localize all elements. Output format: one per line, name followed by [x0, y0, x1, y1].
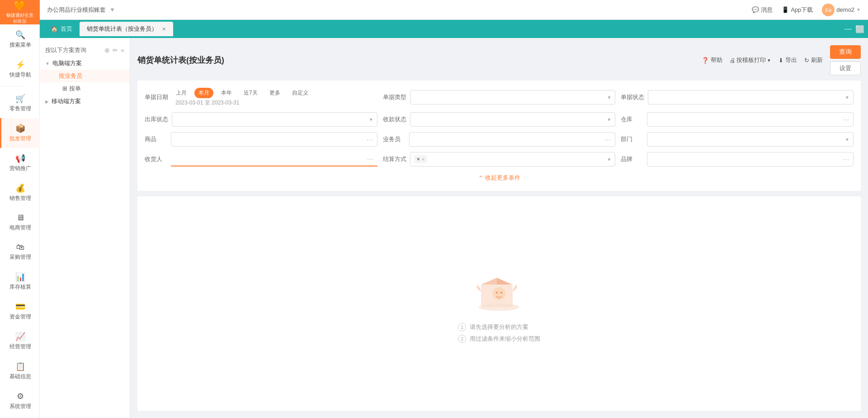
sidebar-item-inventory[interactable]: 📊 库存核算: [0, 266, 40, 296]
receiver-dots-icon: ···: [367, 155, 374, 162]
panel-add-button[interactable]: ⊕: [104, 47, 110, 54]
finance-icon: 💳: [15, 302, 25, 312]
salesperson-dots-icon: ···: [605, 136, 612, 143]
quick-nav-icon: ⚡: [15, 60, 25, 70]
date-tab-more[interactable]: 更多: [265, 88, 284, 98]
date-label: 单据日期: [145, 93, 168, 101]
main-area: 办公用品行业模拟账套 ▼ 💬 消息 📱 App下载 Ea demo2 ▼ 🏠 首…: [40, 0, 868, 418]
date-tab-current-year[interactable]: 本年: [217, 88, 236, 98]
collapse-button[interactable]: ⌃ 收起更多条件: [476, 172, 522, 184]
app-dropdown-icon[interactable]: ▼: [109, 6, 115, 13]
filter-receiver: 收货人 ···: [145, 152, 377, 166]
topbar-right: 💬 消息 📱 App下载 Ea demo2 ▼: [752, 4, 861, 16]
product-select[interactable]: ···: [171, 132, 377, 147]
panel-collapse-button[interactable]: «: [121, 47, 124, 54]
settlement-select[interactable]: × × ▼: [410, 152, 616, 166]
inventory-icon: 📊: [15, 272, 25, 282]
export-label: 导出: [785, 56, 797, 64]
doc-type-arrow-icon: ▼: [607, 95, 611, 100]
sidebar-item-system[interactable]: ⚙ 系统管理: [0, 386, 40, 416]
sidebar: 🧡 畅捷通好生意 标账版 🔍 搜索菜单 ⚡ 快捷导航 🛒 零售管理 📦 批发管理…: [0, 0, 40, 418]
date-tab-prev-month[interactable]: 上月: [172, 88, 191, 98]
product-dots-icon: ···: [367, 136, 373, 143]
tab-home[interactable]: 🏠 首页: [43, 22, 80, 36]
pay-status-label: 收款状态: [383, 115, 406, 124]
sidebar-item-retail[interactable]: 🛒 零售管理: [0, 88, 40, 118]
hint-num-2: 2: [458, 335, 466, 343]
filter-doc-status: 单据状态 ▼: [621, 90, 854, 104]
sidebar-label-operations: 经营管理: [9, 343, 31, 351]
sidebar-item-ecommerce[interactable]: 🖥 电商管理: [0, 208, 40, 237]
filter-row-3: 商品 ··· 业务员 ··· 部门: [145, 132, 854, 147]
sidebar-item-quick-nav[interactable]: ⚡ 快捷导航: [0, 54, 40, 84]
sidebar-label-wholesale: 批发管理: [9, 135, 31, 142]
content-area: 按以下方案查询 ⊕ ✏ « ▼ 电脑端方案 按业务员 ⊞ 按单 ▶: [40, 38, 868, 418]
user-menu[interactable]: Ea demo2 ▼: [822, 4, 861, 16]
download-icon: 📱: [782, 6, 789, 13]
sidebar-label-finance: 资金管理: [9, 313, 31, 321]
tree-child-by-order[interactable]: ⊞ 按单: [40, 82, 130, 95]
sidebar-item-purchase[interactable]: 🛍 采购管理: [0, 237, 40, 266]
sidebar-item-sales[interactable]: 💰 销售管理: [0, 178, 40, 208]
sidebar-item-search[interactable]: 🔍 搜索菜单: [0, 24, 40, 54]
tree-node-mobile[interactable]: ▶ 移动端方案: [40, 95, 130, 108]
settlement-label: 结算方式: [383, 155, 406, 163]
current-app-name: 办公用品行业模拟账套: [47, 6, 106, 14]
date-tab-7days[interactable]: 近7天: [240, 88, 262, 98]
window-minimize-button[interactable]: —: [844, 25, 852, 33]
query-button[interactable]: 查询: [830, 45, 861, 59]
pay-status-arrow-icon: ▼: [607, 117, 611, 122]
warehouse-select[interactable]: ···: [647, 112, 854, 127]
settings-button[interactable]: 设置: [830, 62, 861, 75]
window-maximize-button[interactable]: ⬜: [855, 25, 864, 33]
print-button[interactable]: 🖨 按模板打印 ▼: [730, 56, 771, 64]
sidebar-item-marketing[interactable]: 📢 营销推广: [0, 148, 40, 178]
empty-illustration: [472, 264, 526, 314]
doc-type-label: 单据类型: [383, 93, 406, 101]
dept-select[interactable]: ▼: [647, 132, 854, 147]
settlement-tag-close-button[interactable]: ×: [422, 157, 425, 162]
tabbar: 🏠 首页 销货单统计表（按业务员） ✕ — ⬜: [40, 20, 868, 38]
refresh-button[interactable]: ↻ 刷新: [804, 56, 823, 64]
date-range-display: 2023-03-01 至 2023-03-31: [175, 99, 377, 107]
product-label: 商品: [145, 135, 167, 143]
hint-text-1: 请先选择要分析的方案: [470, 323, 528, 331]
print-dropdown-arrow-icon: ▼: [767, 58, 771, 63]
export-button[interactable]: ⬇ 导出: [778, 56, 797, 64]
sidebar-item-enterprise[interactable]: 🤝 企业协同: [0, 416, 40, 418]
panel-edit-button[interactable]: ✏: [113, 47, 118, 54]
salesperson-select[interactable]: ···: [409, 132, 616, 147]
date-tab-custom[interactable]: 自定义: [288, 88, 312, 98]
date-control-group: 上月 本月 本年 近7天 更多 自定义 2023-03-01 至 2023-03…: [172, 88, 377, 107]
filter-row-2: 出库状态 ▼ 收款状态 ▼ 仓库: [145, 112, 854, 127]
date-tab-current-month[interactable]: 本月: [194, 88, 213, 98]
receiver-input[interactable]: ···: [171, 152, 377, 166]
svg-point-6: [500, 292, 502, 294]
sidebar-item-basics[interactable]: 📋 基础信息: [0, 356, 40, 386]
empty-hint-2: 2 用过滤条件来缩小分析范围: [458, 335, 540, 343]
doc-type-select[interactable]: ▼: [410, 90, 616, 104]
sidebar-label-ecommerce: 电商管理: [9, 224, 31, 232]
app-download-button[interactable]: 📱 App下载: [782, 6, 813, 14]
sidebar-item-wholesale[interactable]: 📦 批发管理: [0, 118, 40, 148]
dept-arrow-icon: ▼: [845, 137, 849, 142]
marketing-icon: 📢: [15, 153, 25, 163]
pay-status-select[interactable]: ▼: [410, 112, 616, 127]
sidebar-item-finance[interactable]: 💳 资金管理: [0, 296, 40, 326]
title-actions: ❓ 帮助 🖨 按模板打印 ▼ ⬇ 导出 ↻ 刷新: [702, 45, 861, 75]
doc-status-select[interactable]: ▼: [648, 90, 854, 104]
tab-close-button[interactable]: ✕: [162, 26, 166, 32]
brand-select[interactable]: ···: [647, 152, 854, 166]
sidebar-item-operations[interactable]: 📈 经营管理: [0, 326, 40, 356]
export-icon: ⬇: [778, 57, 783, 64]
message-button[interactable]: 💬 消息: [752, 6, 773, 14]
help-button[interactable]: ❓ 帮助: [702, 56, 722, 64]
out-status-select[interactable]: ▼: [172, 112, 377, 127]
tree-node-desktop[interactable]: ▼ 电脑端方案: [40, 57, 130, 70]
avatar: Ea: [822, 4, 835, 16]
tab-sales-report[interactable]: 销货单统计表（按业务员） ✕: [80, 22, 173, 36]
right-panel: 销货单统计表(按业务员) ❓ 帮助 🖨 按模板打印 ▼ ⬇ 导出: [130, 38, 868, 418]
doc-status-label: 单据状态: [621, 93, 644, 101]
tree-child-by-salesperson[interactable]: 按业务员: [40, 70, 130, 82]
sidebar-logo[interactable]: 🧡 畅捷通好生意 标账版: [0, 0, 40, 24]
